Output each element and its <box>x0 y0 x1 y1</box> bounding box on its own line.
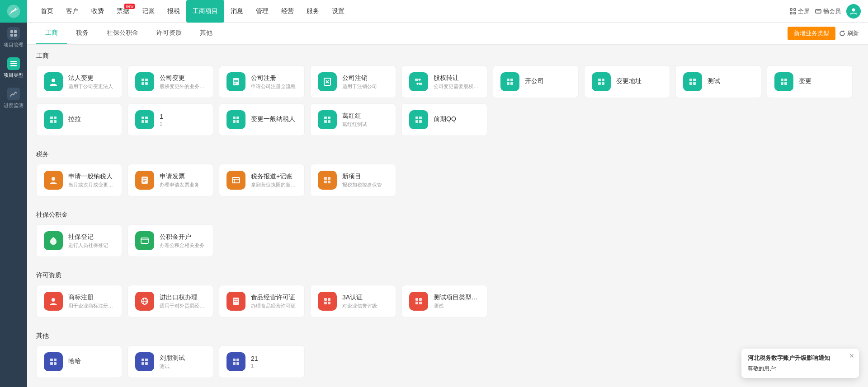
svg-rect-54 <box>236 117 239 119</box>
add-type-button[interactable]: 新增业务类型 <box>788 27 835 40</box>
nav-management[interactable]: 管理 <box>250 0 275 23</box>
card-fund-account[interactable]: 公积金开户 办理公积金相关业务 <box>127 224 213 257</box>
tab-social[interactable]: 社保公积金 <box>98 23 147 44</box>
refresh-button[interactable]: 刷新 <box>839 29 859 37</box>
nav-tax[interactable]: 报税 <box>161 0 186 23</box>
card-social-reg[interactable]: 社保登记 进行人员社保登记 <box>36 224 122 257</box>
card-change-address[interactable]: 变更地址 <box>584 65 670 98</box>
nav-messages[interactable]: 消息 <box>224 0 250 23</box>
card-3a-cert[interactable]: 3A认证 对企业信誉评级 <box>310 285 396 317</box>
member-btn[interactable]: 畅会员 <box>815 7 841 15</box>
card-test[interactable]: 测试 <box>675 65 761 98</box>
card-name: 21 <box>251 355 297 362</box>
card-legal-change[interactable]: 法人变更 适用于公司变更法人 <box>36 65 122 98</box>
card-desc: 测试 <box>434 303 480 309</box>
card-twenty-one[interactable]: 21 1 <box>219 345 305 378</box>
svg-rect-95 <box>54 359 57 361</box>
svg-rect-89 <box>328 302 330 304</box>
card-name: 测试 <box>708 77 754 85</box>
card-desc: 葛红红测试 <box>342 121 388 128</box>
card-name: 税务报道+记账 <box>251 173 297 181</box>
card-early-qq[interactable]: 前期QQ <box>401 103 487 136</box>
card-apply-invoice[interactable]: 申请发票 办理申请发票业务 <box>127 164 213 196</box>
nav-accounting[interactable]: 记账 <box>136 0 161 23</box>
tax-cards: 申请一般纳税人 当月或次月成变更完成 申请发票 办理申请发票业务 <box>36 164 859 196</box>
svg-rect-60 <box>328 120 330 123</box>
card-icon-apply-taxpayer <box>44 171 63 190</box>
card-name: 公司注销 <box>342 74 388 82</box>
sidebar-item-project-type[interactable]: 项目类型 <box>0 53 27 83</box>
nav-operations[interactable]: 经营 <box>275 0 300 23</box>
nav-tickets[interactable]: 票据 new <box>110 0 136 23</box>
sidebar-item-progress-monitor[interactable]: 进度监测 <box>0 83 27 113</box>
card-icon-haha <box>44 352 63 371</box>
card-icon-test-type <box>409 292 428 311</box>
card-open-company[interactable]: 开公司 <box>493 65 579 98</box>
card-name: 拉拉 <box>68 115 114 123</box>
card-desc: 对企业信誉评级 <box>342 303 388 309</box>
card-equity-transfer[interactable]: 股权转让 公司变更需要股权转让 <box>401 65 487 98</box>
card-test-type[interactable]: 测试项目类型目定义 测试 <box>401 285 487 317</box>
card-change[interactable]: 变更 <box>767 65 853 98</box>
sub-tabs-actions: 新增业务类型 刷新 <box>788 27 859 40</box>
nav-settings[interactable]: 设置 <box>326 0 351 23</box>
card-icon-apply-invoice <box>135 171 154 190</box>
card-granhong[interactable]: 葛红红 葛红红测试 <box>310 103 396 136</box>
card-liupeng[interactable]: 刘朋测试 测试 <box>127 345 213 378</box>
svg-rect-19 <box>145 82 148 85</box>
card-icon-trademark-reg <box>44 292 63 311</box>
card-apply-taxpayer[interactable]: 申请一般纳税人 当月或次月成变更完成 <box>36 164 122 196</box>
card-desc: 报税加税控盘保管 <box>342 182 388 188</box>
tab-tax[interactable]: 税务 <box>67 23 98 44</box>
svg-rect-48 <box>54 120 57 123</box>
notification-close-button[interactable]: ✕ <box>849 352 854 359</box>
svg-rect-5 <box>10 61 17 62</box>
card-icon-test <box>683 72 702 91</box>
svg-rect-17 <box>145 79 148 81</box>
card-icon-social-reg <box>44 231 63 250</box>
svg-rect-4 <box>14 34 17 37</box>
card-new-project[interactable]: 新项目 报税加税控盘保管 <box>310 164 396 196</box>
tab-other[interactable]: 其他 <box>191 23 222 44</box>
nav-billing[interactable]: 收费 <box>85 0 110 23</box>
tab-license[interactable]: 许可资质 <box>147 23 191 44</box>
svg-rect-103 <box>236 359 239 361</box>
nav-home[interactable]: 首页 <box>34 0 60 23</box>
card-company-change[interactable]: 公司变更 股权变更外的业务变更 <box>127 65 213 98</box>
card-food-license[interactable]: 食品经营许可证 办理食品经营许可证 <box>219 285 305 317</box>
card-trademark-reg[interactable]: 商标注册 用于企业商标注册服务 <box>36 285 122 317</box>
user-avatar[interactable] <box>846 4 861 19</box>
svg-rect-39 <box>689 82 692 85</box>
card-haha[interactable]: 哈哈 <box>36 345 122 378</box>
app-logo[interactable] <box>0 0 27 23</box>
card-name: 变更 <box>799 77 845 85</box>
svg-rect-53 <box>233 117 236 119</box>
card-name: 前期QQ <box>434 115 480 123</box>
nav-industrial[interactable]: 工商项目 <box>186 0 224 23</box>
section-tax: 税务 申请一般纳税人 当月或次月成变更完成 申请发 <box>27 143 868 204</box>
card-tax-accounting[interactable]: 税务报道+记账 拿到营业执照的新公司 <box>219 164 305 196</box>
svg-rect-11 <box>794 12 796 14</box>
card-import-export[interactable]: 进出口权办理 适用于对外贸易经营者 <box>127 285 213 317</box>
nav-customer[interactable]: 客户 <box>60 0 85 23</box>
svg-rect-55 <box>233 120 236 123</box>
card-lala[interactable]: 拉拉 <box>36 103 122 136</box>
card-name: 法人变更 <box>68 74 114 82</box>
svg-rect-76 <box>328 181 330 183</box>
card-change-taxpayer[interactable]: 变更一般纳税人 <box>219 103 305 136</box>
svg-rect-62 <box>419 117 422 119</box>
card-company-cancel[interactable]: 公司注销 适用于注销公司 <box>310 65 396 98</box>
svg-rect-27 <box>415 79 418 81</box>
card-icon-open-company <box>500 72 519 91</box>
svg-rect-6 <box>10 63 17 65</box>
tab-industrial[interactable]: 工商 <box>36 23 67 44</box>
nav-service[interactable]: 服务 <box>300 0 326 23</box>
fullscreen-btn[interactable]: 全屏 <box>790 7 810 15</box>
card-one[interactable]: 1 1 <box>127 103 213 136</box>
svg-rect-8 <box>790 9 792 10</box>
card-company-reg[interactable]: 公司注册 申请公司注册全流程 <box>219 65 305 98</box>
svg-rect-104 <box>233 362 236 365</box>
svg-rect-32 <box>510 82 513 85</box>
topnav-right: 全屏 畅会员 <box>790 4 861 19</box>
sidebar-item-project-manage[interactable]: 项目管理 <box>0 23 27 53</box>
